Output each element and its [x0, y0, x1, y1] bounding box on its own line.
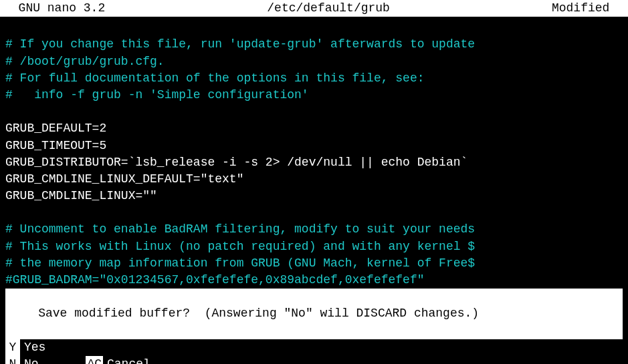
nano-editor: GNU nano 3.2 /etc/default/grub Modified …: [0, 0, 628, 364]
titlebar: GNU nano 3.2 /etc/default/grub Modified: [0, 0, 628, 17]
modified-status: Modified: [538, 0, 624, 17]
shortcut-bar: Y Yes N No ^C Cancel: [0, 339, 628, 364]
editor-line: [5, 104, 623, 120]
shortcut-cancel[interactable]: ^C Cancel: [86, 356, 150, 364]
editor-line: # /boot/grub/grub.cfg.: [5, 53, 623, 70]
editor-line: [5, 204, 623, 221]
shortcut-row-2: ^C Cancel: [86, 339, 150, 364]
editor-line: # Uncomment to enable BadRAM filtering, …: [5, 221, 623, 238]
editor-line: GRUB_DISTRIBUTOR=`lsb_release -i -s 2> /…: [5, 154, 623, 171]
editor-line: [5, 19, 623, 36]
editor-line: GRUB_CMDLINE_LINUX_DEFAULT="text": [5, 171, 623, 188]
editor-line: # This works with Linux (no patch requir…: [5, 238, 623, 255]
file-path: /etc/default/grub: [118, 0, 538, 17]
editor-line: # the memory map information from GRUB (…: [5, 255, 623, 272]
editor-line: GRUB_DEFAULT=2: [5, 120, 623, 137]
prompt-text: Save modified buffer? (Answering "No" wi…: [38, 307, 479, 320]
editor-line: # For full documentation of the options …: [5, 70, 623, 87]
cursor-icon: [482, 308, 490, 323]
label-cancel: Cancel: [107, 356, 150, 364]
editor-line: GRUB_CMDLINE_LINUX="": [5, 188, 623, 204]
key-y: Y: [5, 339, 20, 356]
editor-line: # info -f grub -n 'Simple configuration': [5, 87, 623, 104]
shortcut-row-1: Y Yes N No: [5, 339, 45, 364]
editor-line: # If you change this file, run 'update-g…: [5, 36, 623, 53]
app-name: GNU nano 3.2: [4, 0, 118, 17]
shortcut-no[interactable]: N No: [5, 356, 45, 364]
label-no: No: [24, 356, 39, 364]
key-ctrl-c: ^C: [86, 356, 103, 364]
editor-content[interactable]: # If you change this file, run 'update-g…: [0, 17, 628, 289]
editor-line: GRUB_TIMEOUT=5: [5, 138, 623, 154]
save-prompt: Save modified buffer? (Answering "No" wi…: [5, 289, 623, 339]
label-yes: Yes: [24, 339, 45, 356]
shortcut-yes[interactable]: Y Yes: [5, 339, 45, 356]
key-n: N: [5, 356, 20, 364]
editor-line: #GRUB_BADRAM="0x01234567,0xfefefefe,0x89…: [5, 272, 623, 289]
